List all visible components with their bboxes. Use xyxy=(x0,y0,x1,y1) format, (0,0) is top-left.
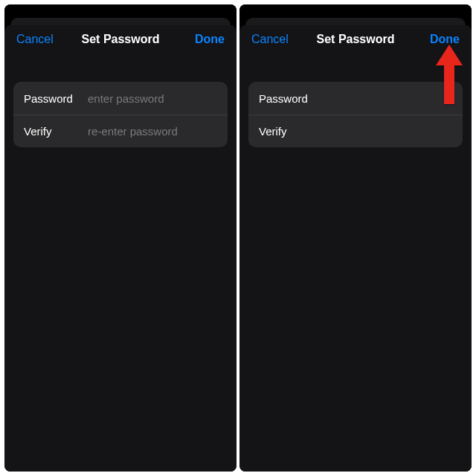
verify-input[interactable] xyxy=(88,125,228,138)
verify-label: Verify xyxy=(24,125,88,138)
password-label: Password xyxy=(259,92,323,105)
modal-sheet: Cancel Set Password Done Password Verify xyxy=(239,24,472,472)
password-label: Password xyxy=(24,92,88,105)
password-form-group: Password Verify xyxy=(13,82,228,147)
password-input[interactable] xyxy=(88,92,228,105)
cancel-button[interactable]: Cancel xyxy=(16,33,60,46)
verify-label: Verify xyxy=(259,125,323,138)
page-title: Set Password xyxy=(60,33,181,46)
password-input[interactable] xyxy=(323,92,463,105)
page-title: Set Password xyxy=(295,33,416,46)
verify-row[interactable]: Verify xyxy=(248,115,463,147)
background-sheet-peek xyxy=(4,4,237,25)
verify-row[interactable]: Verify xyxy=(13,115,228,147)
password-row[interactable]: Password xyxy=(248,82,463,115)
password-form-group: Password Verify xyxy=(248,82,463,147)
nav-bar: Cancel Set Password Done xyxy=(4,24,237,57)
done-button[interactable]: Done xyxy=(416,33,460,46)
password-row[interactable]: Password xyxy=(13,82,228,115)
phone-screen-left: Cancel Set Password Done Password Verify xyxy=(4,4,237,472)
done-button[interactable]: Done xyxy=(181,33,225,46)
background-sheet-peek xyxy=(239,4,472,25)
cancel-button[interactable]: Cancel xyxy=(251,33,295,46)
nav-bar: Cancel Set Password Done xyxy=(239,24,472,57)
modal-sheet: Cancel Set Password Done Password Verify xyxy=(4,24,237,472)
phone-screen-right: Cancel Set Password Done Password Verify xyxy=(239,4,472,472)
verify-input[interactable] xyxy=(323,125,463,138)
